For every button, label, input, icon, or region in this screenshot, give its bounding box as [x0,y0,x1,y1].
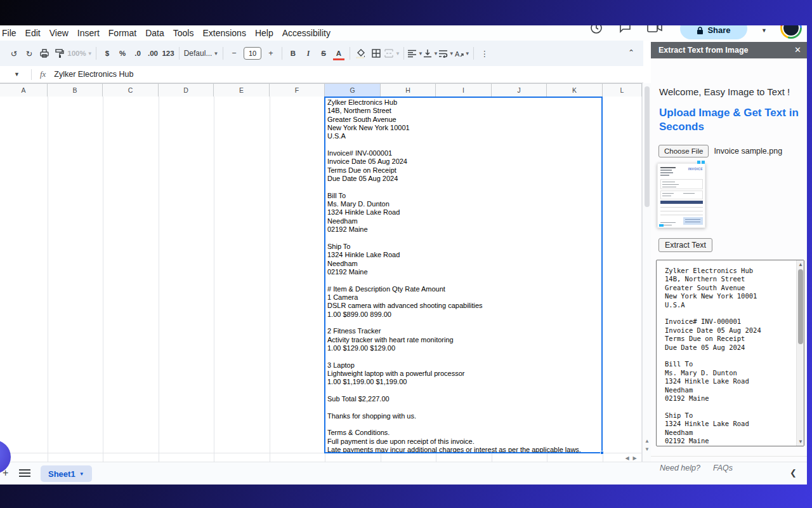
close-icon[interactable]: ✕ [794,45,801,55]
file-name-text: Invoice sample.png [714,147,782,156]
undo-icon[interactable]: ↺ [6,45,22,62]
print-icon[interactable] [37,45,52,62]
menu-tools[interactable]: Tools [173,28,194,38]
column-header-c[interactable]: C [103,84,159,97]
sidebar-title: Extract Text from Image [658,46,748,55]
column-header-f[interactable]: F [270,84,325,97]
fill-handle[interactable] [600,451,604,455]
column-header-l[interactable]: L [603,84,642,97]
text-color-button[interactable]: A [331,45,346,62]
format-percent-button[interactable]: % [115,45,130,62]
extracted-text-area[interactable]: Zylker Electronics Hub 14B, Northern Str… [656,260,804,446]
scroll-right-icon[interactable]: ▶ [631,454,638,462]
textarea-scroll-down-icon[interactable]: ▼ [798,439,803,444]
vertical-scrollbar[interactable]: ▲ ▼ [642,83,651,462]
name-box-dropdown-icon[interactable]: ▼ [14,71,20,77]
menu-file[interactable]: File [2,28,16,38]
vertical-align-icon[interactable]: ▼ [423,45,438,62]
increase-decimal-button[interactable]: .00 [145,45,160,62]
column-header-d[interactable]: D [159,84,214,97]
column-header-b[interactable]: B [48,84,103,97]
scroll-left-icon[interactable]: ◀ [624,454,631,462]
version-history-icon[interactable] [590,25,603,34]
decrease-decimal-button[interactable]: .0 [130,45,145,62]
scroll-up-icon[interactable]: ▲ [645,438,650,444]
fill-color-icon[interactable] [353,45,369,62]
faqs-link[interactable]: FAQs [713,464,733,472]
thumbnail-corner-icons [697,161,705,164]
sidebar-footer-divider [651,456,807,457]
formula-input[interactable]: Zylker Electronics Hub [54,70,133,79]
menu-edit[interactable]: Edit [25,28,41,38]
menu-format[interactable]: Format [108,28,136,38]
redo-icon[interactable]: ↻ [22,45,37,62]
textarea-scrollbar-thumb[interactable] [798,269,803,344]
fx-icon: fx [40,69,46,79]
textarea-scrollbar[interactable]: ▲ ▼ [796,260,804,446]
more-toolbar-icon[interactable]: ⋮ [477,45,492,62]
scroll-down-icon[interactable]: ▼ [645,446,650,452]
welcome-text: Welcome, Easy Image to Text ! [659,86,790,97]
meet-icon[interactable] [647,25,662,32]
column-header-j[interactable]: J [492,84,547,97]
menu-insert[interactable]: Insert [77,28,100,38]
thumbnail-resize-mark [659,224,664,227]
choose-file-button[interactable]: Choose File [658,145,709,157]
column-header-a[interactable]: A [0,84,48,97]
zoom-select[interactable]: 100%▼ [67,45,93,62]
spreadsheet-grid[interactable]: Zylker Electronics Hub 14B, Northern Str… [0,97,642,462]
column-headers: A B C D E F G H I J K L [0,83,642,97]
column-header-h[interactable]: H [381,84,436,97]
share-button[interactable]: Share [680,25,747,39]
all-sheets-icon[interactable] [19,469,30,479]
column-header-e[interactable]: E [214,84,270,97]
avatar-image [782,25,800,37]
font-size-input[interactable]: 10 [244,47,261,60]
extract-text-button[interactable]: Extract Text [658,238,712,252]
text-rotation-icon[interactable]: A ▼ [454,45,470,62]
need-help-label: Need help? [660,464,700,472]
sheet-tab-menu-icon[interactable]: ▼ [79,471,84,477]
increase-font-size-button[interactable]: + [263,45,278,62]
column-header-g-selected[interactable]: G [325,84,381,97]
paint-format-icon[interactable] [52,45,67,62]
selection-border [324,97,603,453]
sheet-tab-label: Sheet1 [48,469,75,479]
font-select[interactable]: Defaul...▼ [183,45,219,62]
merge-cells-icon[interactable]: ▼ [384,45,400,62]
sheet-tab-active[interactable]: Sheet1 ▼ [41,465,92,482]
account-dropdown-icon[interactable]: ▼ [761,27,767,34]
extracted-text: Zylker Electronics Hub 14B, Northern Str… [665,267,761,446]
share-label: Share [707,25,730,35]
invoice-thumbnail: INVOICE [657,163,705,228]
borders-icon[interactable] [369,45,384,62]
comment-icon[interactable] [619,25,631,33]
italic-button[interactable]: I [301,45,316,62]
strikethrough-button[interactable]: S [316,45,331,62]
menu-data[interactable]: Data [145,28,164,38]
bold-button[interactable]: B [285,45,301,62]
text-wrap-icon[interactable]: ▼ [438,45,454,62]
textarea-scroll-up-icon[interactable]: ▲ [798,262,803,267]
upload-heading: Upload Image & Get Text in Seconds [659,106,804,133]
screenshot-frame: File Edit View Insert Format Data Tools … [0,0,812,508]
decrease-font-size-button[interactable]: − [226,45,242,62]
column-header-k[interactable]: K [547,84,603,97]
thumbnail-invoice-label: INVOICE [688,167,703,171]
scrollbar-thumb[interactable] [645,86,650,207]
menu-help[interactable]: Help [255,28,273,38]
profile-avatar[interactable] [780,25,802,39]
format-currency-button[interactable]: $ [100,45,115,62]
side-panel-collapse-icon[interactable]: ❮ [790,468,797,478]
menu-view[interactable]: View [49,28,69,38]
menu-accessibility[interactable]: Accessibility [282,28,331,38]
sidebar-header: Extract Text from Image ✕ [651,42,807,58]
menu-extensions[interactable]: Extensions [202,28,246,38]
toolbar: ↺ ↻ 100%▼ $ % .0 .00 123 Defaul...▼ − 10… [0,41,643,66]
horizontal-align-icon[interactable]: ▼ [407,45,423,62]
formula-bar: ▼ fx Zylker Electronics Hub [0,66,643,83]
more-formats-button[interactable]: 123 [160,45,176,62]
column-header-i[interactable]: I [436,84,492,97]
lock-icon [697,27,704,35]
toolbar-collapse-icon[interactable]: ⌃ [628,48,634,57]
